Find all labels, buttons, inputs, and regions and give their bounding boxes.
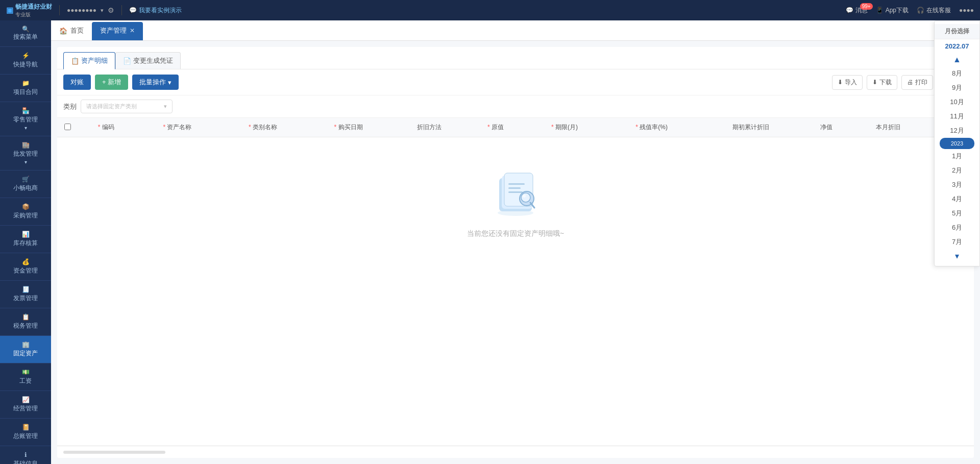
salary-label: 工资 [19, 377, 32, 385]
purchase-label: 采购管理 [13, 211, 38, 220]
month-4[interactable]: 4月 [935, 192, 979, 206]
col-period: * 期限(月) [524, 118, 605, 137]
download-button[interactable]: ⬇ 下载 [867, 75, 897, 90]
tax-icon: 📋 [22, 313, 30, 321]
month-9[interactable]: 9月 [935, 81, 979, 95]
asset-detail-label: 资产明细 [81, 56, 108, 65]
wholesale-label: 批发管理 [13, 150, 38, 158]
sidebar-item-salary[interactable]: 💵 工资 [0, 363, 51, 391]
month-picker-up-arrow[interactable]: ▲ [935, 53, 979, 66]
svg-rect-5 [508, 187, 521, 189]
month-1[interactable]: 1月 [935, 149, 979, 163]
filter-placeholder: 请选择固定资产类别 [86, 103, 137, 110]
download-label: 下载 [879, 78, 892, 87]
retail-icon: 🏪 [22, 107, 30, 114]
sidebar: 🔍 搜索菜单 ⚡ 快捷导航 📁 项目合同 🏪 零售管理 ▾ 🏬 批发管理 ▾ 🛒… [0, 20, 51, 464]
fixed-assets-label: 固定资产 [13, 349, 38, 358]
batch-dropdown-icon: ▾ [168, 79, 172, 86]
sidebar-item-invoice[interactable]: 🧾 发票管理 [0, 281, 51, 308]
message-badge: 99+ [860, 3, 873, 10]
topbar-left: ▣ 畅捷通好业财 专业版 ●●●●●●●● ▾ ⚙ 💬 我要看实例演示 [6, 3, 182, 18]
month-3[interactable]: 3月 [935, 178, 979, 192]
sidebar-item-fixed-assets[interactable]: 🏢 固定资产 [0, 336, 51, 363]
filter-row: 类别 请选择固定资产类别 ▾ [57, 95, 974, 118]
sidebar-item-ecommerce[interactable]: 🛒 小畅电商 [0, 170, 51, 198]
sidebar-item-quick-nav[interactable]: ⚡ 快捷导航 [0, 47, 51, 75]
month-5[interactable]: 5月 [935, 206, 979, 221]
ecommerce-icon: 🛒 [22, 176, 30, 183]
month-7[interactable]: 7月 [935, 235, 979, 249]
sub-tabs: 📋 资产明细 📄 变更生成凭证 [57, 47, 974, 69]
import-button[interactable]: ⬇ 导入 [832, 75, 863, 90]
month-8[interactable]: 8月 [935, 66, 979, 81]
sidebar-item-operation[interactable]: 📈 经营管理 [0, 391, 51, 419]
sub-tab-asset-detail[interactable]: 📋 资产明细 [63, 52, 115, 69]
sidebar-item-inventory[interactable]: 📊 库存核算 [0, 226, 51, 253]
tab-close-icon[interactable]: ✕ [130, 27, 135, 34]
align-button[interactable]: 对账 [63, 75, 91, 90]
sidebar-item-ledger[interactable]: 📔 总账管理 [0, 419, 51, 446]
sidebar-item-purchase[interactable]: 📦 采购管理 [0, 198, 51, 226]
empty-message: 当前您还没有固定资产明细哦~ [467, 229, 564, 238]
headset-icon: 🎧 [917, 7, 924, 14]
basic-icon: ℹ [24, 451, 27, 458]
import-label: 导入 [845, 78, 857, 87]
fund-icon: 💰 [22, 258, 30, 265]
empty-illustration [485, 168, 546, 219]
home-icon: 🏠 [59, 27, 67, 35]
fund-label: 资金管理 [13, 266, 38, 275]
change-voucher-icon: 📄 [123, 57, 131, 65]
company-dropdown[interactable]: ▾ [101, 7, 104, 14]
ledger-icon: 📔 [22, 424, 30, 431]
service-button[interactable]: 🎧 在线客服 [917, 6, 951, 15]
svg-rect-4 [508, 183, 525, 185]
sidebar-item-project-contract[interactable]: 📁 项目合同 [0, 75, 51, 102]
month-10[interactable]: 10月 [935, 95, 979, 109]
logo-icon: ▣ [6, 6, 13, 15]
sidebar-item-retail[interactable]: 🏪 零售管理 ▾ [0, 102, 51, 136]
inventory-label: 库存核算 [13, 239, 38, 248]
tab-bar: 🏠 首页 资产管理 ✕ [51, 20, 980, 41]
batch-label: 批量操作 [139, 78, 166, 87]
month-11[interactable]: 11月 [935, 109, 979, 124]
month-picker-title: 月份选择 [935, 24, 979, 39]
asset-detail-icon: 📋 [71, 57, 79, 65]
wholesale-icon: 🏬 [22, 141, 30, 149]
col-category: * 类别名称 [220, 118, 306, 137]
select-all-checkbox[interactable] [64, 124, 71, 130]
app-download-button[interactable]: 📱 App下载 [876, 6, 909, 15]
category-filter[interactable]: 请选择固定资产类别 ▾ [81, 100, 173, 113]
search-icon: 🔍 [22, 26, 30, 33]
scrollbar[interactable] [63, 451, 165, 454]
month-picker-down-arrow[interactable]: ▾ [935, 249, 979, 263]
month-2[interactable]: 2月 [935, 163, 979, 178]
tab-asset-management[interactable]: 资产管理 ✕ [92, 22, 143, 40]
sidebar-item-wholesale[interactable]: 🏬 批发管理 ▾ [0, 136, 51, 170]
add-button[interactable]: + 新增 [95, 75, 128, 90]
batch-button[interactable]: 批量操作 ▾ [132, 75, 179, 90]
print-button[interactable]: 🖨 打印 [901, 75, 933, 90]
service-label: 在线客服 [926, 6, 951, 15]
wholesale-arrow: ▾ [24, 159, 27, 165]
tab-home[interactable]: 🏠 首页 [51, 22, 92, 40]
table-wrapper: * 编码 * 资产名称 * 类别名称 * 购买日期 折旧方法 * 原值 * 期限… [57, 118, 974, 446]
svg-point-8 [521, 193, 530, 202]
user-menu[interactable]: ●●●● [959, 7, 974, 14]
year-2023-badge: 2023 [940, 138, 974, 149]
sub-tab-change-voucher[interactable]: 📄 变更生成凭证 [115, 52, 181, 69]
sidebar-item-tax[interactable]: 📋 税务管理 [0, 308, 51, 336]
sidebar-item-fund[interactable]: 💰 资金管理 [0, 253, 51, 281]
month-6[interactable]: 6月 [935, 221, 979, 235]
app-logo: ▣ 畅捷通好业财 专业版 [6, 3, 52, 18]
month-picker-year[interactable]: 2022.07 [935, 39, 979, 53]
svg-rect-6 [508, 191, 523, 193]
sidebar-search[interactable]: 🔍 搜索菜单 [0, 20, 51, 47]
checkbox-header[interactable] [57, 118, 78, 137]
settings-icon[interactable]: ⚙ [108, 6, 114, 14]
message-button[interactable]: 💬 消息 99+ [846, 6, 868, 15]
sidebar-item-basic-info[interactable]: ℹ 基础信息 [0, 446, 51, 464]
demo-link[interactable]: 💬 我要看实例演示 [129, 6, 182, 15]
month-12[interactable]: 12月 [935, 124, 979, 138]
divider [59, 5, 60, 15]
retail-arrow: ▾ [24, 125, 27, 131]
